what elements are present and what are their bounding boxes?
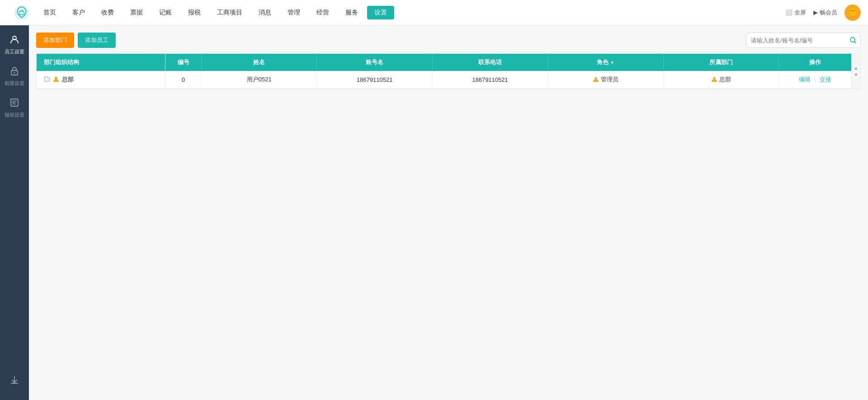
dept-file-icon bbox=[44, 76, 50, 84]
fullscreen-btn[interactable]: ⬜ 全屏 bbox=[785, 9, 806, 17]
avatar-icon: 🐥 bbox=[847, 7, 859, 18]
scroll-down-button[interactable]: ▼ bbox=[853, 71, 859, 78]
scroll-up-button[interactable]: ▲ bbox=[853, 65, 859, 71]
download-icon bbox=[9, 375, 19, 387]
dept-row-icon bbox=[711, 76, 717, 84]
add-dept-button[interactable]: 添加部门 bbox=[36, 33, 74, 48]
nav-tax[interactable]: 报税 bbox=[181, 6, 208, 19]
table-inner: 编号 姓名 账号名 联系电话 角色 ▼ 所属部门 操作 0 bbox=[165, 54, 851, 89]
nav-customer[interactable]: 客户 bbox=[65, 6, 92, 19]
th-phone: 联系电话 bbox=[433, 54, 548, 71]
sidebar-tax-label: 报税设置 bbox=[5, 112, 24, 118]
nav-accounting[interactable]: 记账 bbox=[152, 6, 179, 19]
member-icon: ▶ bbox=[813, 9, 818, 16]
avatar[interactable]: 🐥 bbox=[844, 5, 861, 21]
td-phone: 18679110521 bbox=[433, 71, 548, 88]
dept-user-icon bbox=[53, 76, 59, 84]
th-id: 编号 bbox=[165, 54, 202, 71]
add-emp-button[interactable]: 添加员工 bbox=[78, 33, 116, 48]
sidebar: 员工设置 权限设置 报税设置 bbox=[0, 25, 29, 400]
td-actions: 编辑 | 交接 bbox=[779, 71, 851, 88]
table-panel: 编号 姓名 账号名 联系电话 角色 ▼ 所属部门 操作 0 bbox=[165, 54, 860, 89]
th-dept: 所属部门 bbox=[664, 54, 779, 71]
td-role: 管理员 bbox=[548, 71, 663, 88]
sidebar-item-tax[interactable]: 报税设置 bbox=[0, 92, 29, 124]
top-nav: 首页 客户 收费 票据 记账 报税 工商项目 消息 管理 经营 服务 设置 ⬜ … bbox=[0, 0, 868, 25]
sidebar-item-employee[interactable]: 员工设置 bbox=[0, 29, 29, 61]
sidebar-bottom bbox=[6, 370, 23, 400]
nav-home[interactable]: 首页 bbox=[36, 6, 63, 19]
nav-business[interactable]: 工商项目 bbox=[210, 6, 250, 19]
action-divider: | bbox=[814, 76, 816, 83]
dept-item-root[interactable]: 总部 bbox=[37, 71, 165, 89]
logo bbox=[7, 5, 36, 21]
th-action: 操作 bbox=[779, 54, 851, 71]
svg-point-3 bbox=[14, 72, 15, 74]
dept-panel: 部门组织结构 总部 bbox=[37, 54, 165, 89]
main-content: 添加部门 添加员工 部门组织结构 bbox=[29, 25, 868, 400]
svg-point-7 bbox=[594, 77, 597, 79]
search-input[interactable] bbox=[746, 34, 846, 47]
table-header: 编号 姓名 账号名 联系电话 角色 ▼ 所属部门 操作 bbox=[165, 54, 851, 71]
dept-panel-header: 部门组织结构 bbox=[37, 54, 165, 71]
search-button[interactable] bbox=[846, 33, 860, 47]
permission-icon bbox=[9, 66, 19, 78]
sort-icon: ▼ bbox=[610, 60, 614, 65]
nav-invoice[interactable]: 票据 bbox=[123, 6, 150, 19]
svg-point-8 bbox=[713, 77, 715, 79]
nav-message[interactable]: 消息 bbox=[251, 6, 278, 19]
fullscreen-label: 全屏 bbox=[794, 9, 806, 17]
member-btn[interactable]: ▶ 畅会员 bbox=[813, 9, 837, 17]
nav-right: ⬜ 全屏 ▶ 畅会员 🐥 bbox=[785, 5, 861, 21]
td-id: 0 bbox=[165, 71, 202, 88]
td-account: 18679110521 bbox=[317, 71, 432, 88]
table-row: 0 用户0521 18679110521 18679110521 管理 bbox=[165, 71, 851, 89]
sidebar-permission-label: 权限设置 bbox=[5, 80, 24, 87]
tax-icon bbox=[9, 98, 19, 110]
nav-billing[interactable]: 收费 bbox=[94, 6, 121, 19]
scroll-controls: ▲ ▼ bbox=[851, 54, 860, 89]
search-bar bbox=[746, 33, 861, 48]
employee-icon bbox=[9, 34, 19, 47]
edit-link[interactable]: 编辑 bbox=[799, 75, 811, 84]
td-role-label: 管理员 bbox=[601, 75, 618, 84]
fullscreen-icon: ⬜ bbox=[785, 9, 793, 16]
nav-operation[interactable]: 经营 bbox=[309, 6, 336, 19]
transfer-link[interactable]: 交接 bbox=[820, 75, 831, 84]
toolbar: 添加部门 添加员工 bbox=[36, 33, 861, 48]
member-label: 畅会员 bbox=[820, 9, 837, 17]
nav-settings[interactable]: 设置 bbox=[367, 6, 394, 19]
th-role-label: 角色 bbox=[597, 59, 609, 66]
th-account: 账号名 bbox=[317, 54, 432, 71]
td-name: 用户0521 bbox=[202, 71, 317, 88]
th-name: 姓名 bbox=[202, 54, 317, 71]
sidebar-employee-label: 员工设置 bbox=[5, 48, 24, 55]
td-dept-label: 总部 bbox=[719, 75, 731, 84]
nav-service[interactable]: 服务 bbox=[338, 6, 365, 19]
sidebar-download[interactable] bbox=[6, 370, 23, 393]
table-wrapper: 编号 姓名 账号名 联系电话 角色 ▼ 所属部门 操作 0 bbox=[165, 54, 860, 89]
dept-root-name: 总部 bbox=[62, 75, 74, 84]
td-dept: 总部 bbox=[664, 71, 779, 88]
th-role[interactable]: 角色 ▼ bbox=[548, 54, 663, 71]
nav-manage[interactable]: 管理 bbox=[280, 6, 307, 19]
role-user-icon bbox=[593, 76, 599, 84]
content-area: 部门组织结构 总部 bbox=[36, 53, 861, 89]
nav-items: 首页 客户 收费 票据 记账 报税 工商项目 消息 管理 经营 服务 设置 bbox=[36, 6, 785, 19]
sidebar-item-permission[interactable]: 权限设置 bbox=[0, 61, 29, 92]
